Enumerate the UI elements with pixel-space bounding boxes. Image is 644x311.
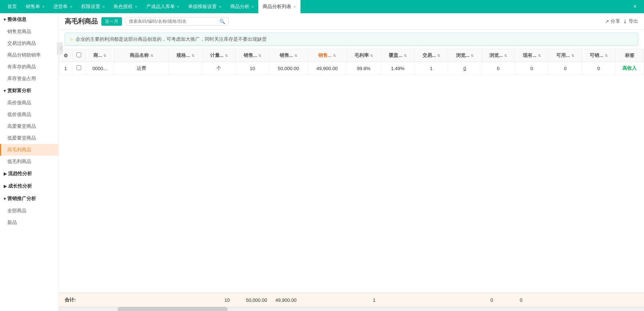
export-icon: ⤓ — [623, 19, 627, 24]
col-current-stock[interactable]: 现有... ⇅ — [515, 49, 548, 62]
col-code[interactable]: 商... ⇅ — [86, 49, 114, 62]
header-actions: ↗ 分享 ⤓ 导出 — [605, 18, 638, 25]
col-qty[interactable]: 销售... ⇅ — [235, 49, 269, 62]
footer-available-stock: 0 — [477, 297, 506, 303]
cell-index: 1 — [59, 62, 72, 75]
cell-sellable-stock: 0 — [582, 62, 615, 75]
footer-transactions: 1 — [359, 297, 389, 303]
close-icon[interactable]: × — [135, 4, 137, 9]
col-name[interactable]: 商品名称 ⇅ — [114, 49, 169, 62]
col-browse2[interactable]: 浏览... ⇅ — [482, 49, 515, 62]
col-sellable-stock[interactable]: 可销... ⇅ — [582, 49, 615, 62]
cell-code: 0000... — [86, 62, 114, 75]
cell-sales-cost: 49,900.00 — [308, 62, 346, 75]
nav-product-analysis-list[interactable]: 商品分析列表 × — [258, 0, 300, 13]
col-transactions[interactable]: 交易... ⇅ — [414, 49, 448, 62]
sidebar-group-trend[interactable]: ▶ 流趋性分析 — [0, 167, 58, 180]
sidebar-item-traded-products[interactable]: 交易过的商品 — [0, 37, 58, 49]
sidebar-item-all-products[interactable]: 全部商品 — [0, 205, 58, 217]
sidebar-item-high-margin[interactable]: 高毛利商品 — [0, 144, 58, 156]
nav-purchase[interactable]: 进货单 × — [49, 0, 76, 13]
col-sales-amount[interactable]: 销售... ⇅ — [269, 49, 308, 62]
nav-home[interactable]: 首页 — [3, 0, 21, 13]
sidebar-item-high-value[interactable]: 高价值商品 — [0, 97, 58, 109]
cell-sales-amount: 50,000.00 — [269, 62, 308, 75]
sidebar-item-low-margin[interactable]: 低毛利商品 — [0, 156, 58, 167]
data-table: ⚙ 商... ⇅ 商品名称 ⇅ 规格... ⇅ 计量... ⇅ 销售... ⇅ … — [59, 49, 644, 75]
sidebar-group-growth[interactable]: ▶ 成长性分析 — [0, 180, 58, 192]
cell-current-stock: 0 — [515, 62, 548, 75]
table-row: 1 0000... 运费 个 10 50,000.00 49,900.00 99… — [59, 62, 644, 75]
scroll-thumb[interactable] — [118, 307, 228, 311]
nav-template-settings[interactable]: 单据模板设置 × — [184, 0, 226, 13]
export-button[interactable]: ⤓ 导出 — [623, 18, 638, 25]
close-icon[interactable]: × — [252, 4, 254, 9]
col-unit[interactable]: 计量... ⇅ — [202, 49, 235, 62]
sidebar-item-sales-products[interactable]: 销售览商品 — [0, 26, 58, 37]
search-icon[interactable]: 🔍 — [219, 19, 225, 24]
col-available-stock[interactable]: 可用... ⇅ — [548, 49, 582, 62]
close-icon[interactable]: × — [102, 4, 105, 9]
close-icon[interactable]: × — [177, 4, 179, 9]
nav-product-inbound[interactable]: 产成品入库单 × — [142, 0, 184, 13]
col-gross-margin[interactable]: 毛利率 ⇅ — [346, 49, 381, 62]
chevron-down-icon: ▾ — [4, 88, 6, 93]
horizontal-scrollbar[interactable] — [59, 307, 644, 311]
cell-gross-margin: 99.8% — [346, 62, 381, 75]
window-close-button[interactable]: × — [629, 3, 641, 10]
search-box: 🔍 — [126, 17, 229, 26]
sidebar-item-sales-rate[interactable]: 商品分销助销率 — [0, 49, 58, 61]
footer-sellable-stock: 0 — [506, 297, 536, 303]
sidebar-item-stocked-products[interactable]: 有库存的商品 — [0, 61, 58, 73]
sidebar: ▾ 整体信息 销售览商品 交易过的商品 商品分销助销率 有库存的商品 库存资金占… — [0, 13, 59, 311]
cell-spec — [169, 62, 202, 75]
sidebar-collapse-button[interactable]: 《 — [57, 43, 63, 54]
cell-tag: 高收入 — [615, 62, 644, 75]
content-area: 高毛利商品 近一月 🔍 ↗ 分享 ⤓ 导出 ✧ 企业的主要的利润都是这部分商品创… — [59, 13, 644, 311]
sidebar-group-overview[interactable]: ▾ 整体信息 — [0, 13, 58, 26]
info-icon: ✧ — [69, 37, 73, 42]
sidebar-item-stock-capital[interactable]: 库存资金占用 — [0, 73, 58, 84]
nav-product-analysis[interactable]: 商品分析 × — [226, 0, 258, 13]
row-checkbox[interactable] — [76, 65, 81, 70]
chevron-right-icon: ▶ — [4, 171, 7, 176]
cell-name: 运费 — [114, 62, 169, 75]
sidebar-group-wealth[interactable]: ▾ 赏财富分析 — [0, 84, 58, 97]
sidebar-group-marketing[interactable]: ▾ 营销推广分析 — [0, 192, 58, 205]
top-nav: 首页 销售单 × 进货单 × 权限设置 × 角色授权 × 产成品入库单 × 单据… — [0, 0, 644, 13]
sidebar-item-new-products[interactable]: 新品 — [0, 217, 58, 228]
nav-permissions[interactable]: 权限设置 × — [77, 0, 109, 13]
close-icon[interactable]: × — [294, 4, 296, 9]
cell-unit: 个 — [202, 62, 235, 75]
info-banner: ✧ 企业的主要的利润都是这部分商品创造的，可考虑加大推广，同时关注库存是不要出现… — [65, 33, 638, 46]
close-icon[interactable]: × — [42, 4, 44, 9]
cell-coverage: 1.49% — [381, 62, 414, 75]
footer-totals: 合计: 10 50,000.00 49,900.00 1 0 0 — [59, 293, 644, 307]
col-spec[interactable]: 规格... ⇅ — [169, 49, 202, 62]
footer-qty: 10 — [212, 297, 242, 303]
page-title: 高毛利商品 — [65, 17, 98, 26]
select-all-checkbox[interactable] — [76, 53, 81, 57]
nav-roles[interactable]: 角色授权 × — [109, 0, 141, 13]
period-button[interactable]: 近一月 — [101, 17, 122, 26]
col-browse1[interactable]: 浏览... ⇅ — [448, 49, 481, 62]
close-icon[interactable]: × — [70, 4, 72, 9]
nav-sales[interactable]: 销售单 × — [21, 0, 49, 13]
footer-sales-amount: 50,000.00 — [242, 297, 271, 303]
sidebar-item-low-value[interactable]: 低价值商品 — [0, 109, 58, 120]
footer-sales-cost: 49,900.00 — [271, 297, 301, 303]
chevron-right-icon: ▶ — [4, 184, 7, 189]
col-coverage[interactable]: 覆盖... ⇅ — [381, 49, 414, 62]
col-sales-cost[interactable]: 销售... ⇅ — [308, 49, 346, 62]
sidebar-item-high-love[interactable]: 高爱量堂商品 — [0, 120, 58, 132]
search-input[interactable] — [129, 19, 219, 24]
share-button[interactable]: ↗ 分享 — [605, 18, 620, 25]
col-checkbox[interactable] — [72, 49, 86, 62]
cell-browse1[interactable]: 0 — [448, 62, 481, 75]
col-tag[interactable]: 标签 — [615, 49, 644, 62]
cell-transactions: 1 — [414, 62, 448, 75]
sidebar-item-low-love[interactable]: 低爱量堂商品 — [0, 132, 58, 144]
cell-checkbox[interactable] — [72, 62, 86, 75]
chevron-down-icon: ▾ — [4, 17, 6, 22]
close-icon[interactable]: × — [219, 4, 221, 9]
